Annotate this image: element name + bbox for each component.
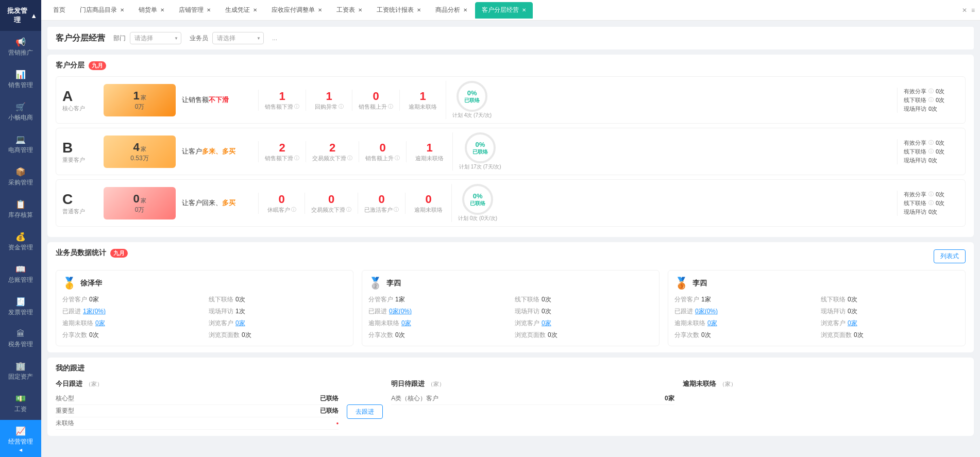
- tab-voucher[interactable]: 生成凭证 ✕: [218, 2, 264, 19]
- tab-menu-icon[interactable]: ≡: [971, 7, 975, 14]
- tier-row-c: C 普通客户 0 家 0万 让客户回来、多买 0: [56, 179, 966, 227]
- follow-overdue-title: 逾期未联络 （家）: [683, 379, 966, 388]
- sp-stat-row: 分享次数 0次: [62, 331, 200, 340]
- sidebar-item-caigou[interactable]: 📦 采购管理: [0, 161, 41, 193]
- follow-tomorrow-title: 明日待跟进 （家）: [391, 379, 674, 388]
- info-icon[interactable]: ⓘ: [928, 148, 934, 155]
- info-icon[interactable]: ⓘ: [388, 103, 393, 110]
- tier-a-count: 1: [133, 89, 139, 103]
- sidebar-item-gongzi[interactable]: 💵 工资: [0, 387, 41, 420]
- sidebar-item-label: 营销推广: [8, 48, 33, 57]
- goto-follow-button[interactable]: 去跟进: [347, 404, 383, 419]
- sidebar-item-label: 小畅电商: [8, 113, 33, 122]
- sidebar-header[interactable]: 批发管理 ▲: [0, 0, 41, 31]
- sidebar-item-label: 库存核算: [8, 211, 33, 219]
- info-icon[interactable]: ⓘ: [347, 155, 352, 162]
- tab-store-mgmt[interactable]: 店铺管理 ✕: [172, 2, 217, 19]
- tab-ar-adjust[interactable]: 应收应付调整单 ✕: [265, 2, 329, 19]
- salesperson-grid: 🥇 徐泽华 分管客户 0家 线下联络 0次 已跟进: [56, 270, 966, 346]
- sp-stat-row: 浏览客户 0家: [515, 319, 653, 328]
- sidebar-item-xiaochang[interactable]: 🛒 小畅电商: [0, 96, 41, 128]
- tier-a-name: 核心客户: [62, 105, 104, 112]
- info-icon[interactable]: ⓘ: [294, 103, 299, 110]
- sidebar-item-gudingzichan[interactable]: 🏢 固定资产: [0, 355, 41, 387]
- sidebar-item-zongzhang[interactable]: 📖 总账管理: [0, 258, 41, 291]
- info-icon[interactable]: ⓘ: [346, 206, 351, 213]
- sp-avatar-0: 🥇: [62, 277, 76, 290]
- tab-product-analysis[interactable]: 商品分析 ✕: [429, 2, 474, 19]
- month-badge: 九月: [89, 61, 106, 70]
- dianshang-icon: 💻: [15, 134, 26, 144]
- sp-stat-row: 已跟进 0家(0%): [368, 307, 506, 316]
- sidebar-item-zijin[interactable]: 💰 资金管理: [0, 226, 41, 258]
- info-icon[interactable]: ⓘ: [928, 191, 934, 198]
- sp-stat-row: 逾期未联络 0家: [674, 319, 813, 328]
- tab-payroll[interactable]: 工资表 ✕: [330, 2, 369, 19]
- tab-payroll-report[interactable]: 工资统计报表 ✕: [370, 2, 428, 19]
- sp-header-0: 🥇 徐泽华: [62, 277, 347, 290]
- sp-header-2: 🥉 李四: [674, 277, 959, 290]
- dept-select[interactable]: 请选择: [130, 32, 181, 44]
- tab-close-icon[interactable]: ✕: [318, 7, 322, 13]
- sp-stat-row: 已跟进 0家(0%): [674, 307, 813, 316]
- tab-close-all-icon[interactable]: ✕: [962, 7, 967, 14]
- tab-close-icon[interactable]: ✕: [253, 7, 257, 13]
- sidebar-item-dianshang[interactable]: 💻 电商管理: [0, 128, 41, 161]
- sidebar-item-yingxiao[interactable]: 📢 营销推广: [0, 31, 41, 63]
- more-button[interactable]: ...: [272, 35, 277, 42]
- tier-c-stat-3: 0 逾期未联络: [405, 193, 451, 214]
- follow-row: A类（核心）客户 0家: [391, 393, 674, 405]
- sidebar-header-label: 批发管理: [4, 6, 30, 25]
- tier-c-action-0: 有效分享 ⓘ 0次: [904, 191, 959, 198]
- sidebar-item-label: 税务管理: [8, 340, 33, 349]
- tier-a-stat-1: 1 回购异常 ⓘ: [306, 90, 352, 111]
- tier-b-slogan: 让客户多来、多买: [176, 147, 258, 156]
- info-icon[interactable]: ⓘ: [928, 199, 934, 207]
- tier-b-action-1: 线下联络 ⓘ 0次: [904, 148, 959, 156]
- sidebar-collapse-icon[interactable]: ▲: [30, 12, 37, 20]
- tab-close-icon[interactable]: ✕: [207, 7, 211, 13]
- shuiwu-icon: 🏛: [16, 329, 25, 338]
- sales-select[interactable]: 请选择: [212, 32, 264, 44]
- info-icon[interactable]: ⓘ: [928, 96, 934, 104]
- sp-stat-row: 分管客户 1家: [674, 295, 813, 304]
- info-icon[interactable]: ⓘ: [294, 155, 299, 162]
- sidebar-item-xiaoshou[interactable]: 📊 销售管理: [0, 63, 41, 96]
- sidebar-item-kucun[interactable]: 📋 库存核算: [0, 193, 41, 226]
- tab-sales-order[interactable]: 销货单 ✕: [132, 2, 171, 19]
- tab-close-icon[interactable]: ✕: [120, 7, 124, 13]
- info-icon[interactable]: ⓘ: [928, 139, 934, 146]
- info-icon[interactable]: ⓘ: [339, 103, 344, 110]
- info-icon[interactable]: ⓘ: [291, 206, 296, 213]
- tab-close-icon[interactable]: ✕: [417, 7, 421, 13]
- list-view-button[interactable]: 列表式: [934, 249, 966, 263]
- sp-stat-row: 浏览页面数 0次: [209, 331, 347, 340]
- tier-a-action-0: 有效分享 ⓘ 0次: [904, 88, 959, 95]
- tier-c-label: C 普通客户: [62, 191, 104, 215]
- tab-close-icon[interactable]: ✕: [463, 7, 467, 13]
- dept-label: 部门: [113, 34, 126, 43]
- sp-stat-row: 线下联络 0次: [821, 295, 959, 304]
- tier-b-unit: 家: [141, 145, 146, 153]
- sidebar-item-fapiao[interactable]: 🧾 发票管理: [0, 291, 41, 323]
- sp-name-2: 李四: [692, 279, 707, 288]
- sp-stat-row: 浏览客户 0家: [821, 319, 959, 328]
- tier-c-unit: 家: [141, 197, 146, 205]
- tab-customer-tier[interactable]: 客户分层经营 ✕: [475, 2, 533, 19]
- tier-a-stat-2: 0 销售额上升 ⓘ: [352, 90, 399, 111]
- sp-stat-row: 分管客户 0家: [62, 295, 200, 304]
- info-icon[interactable]: ⓘ: [928, 88, 934, 95]
- tab-close-icon[interactable]: ✕: [160, 7, 164, 13]
- sp-avatar-2: 🥉: [674, 277, 688, 290]
- tier-b-count-col: 4 家 0.53万: [104, 136, 176, 168]
- sidebar-item-jingying[interactable]: 📈 经营管理 ◀: [0, 420, 41, 457]
- tab-store-products[interactable]: 门店商品目录 ✕: [73, 2, 131, 19]
- tab-close-icon[interactable]: ✕: [522, 7, 526, 13]
- info-icon[interactable]: ⓘ: [395, 155, 400, 162]
- info-icon[interactable]: ⓘ: [394, 206, 399, 213]
- tier-b-count: 4: [133, 141, 139, 154]
- main-area: 首页 门店商品目录 ✕ 销货单 ✕ 店铺管理 ✕ 生成凭证 ✕ 应收应付调整单 …: [41, 0, 980, 457]
- tab-close-icon[interactable]: ✕: [358, 7, 362, 13]
- tab-home[interactable]: 首页: [46, 2, 72, 19]
- sidebar-item-shuiwu[interactable]: 🏛 税务管理: [0, 323, 41, 355]
